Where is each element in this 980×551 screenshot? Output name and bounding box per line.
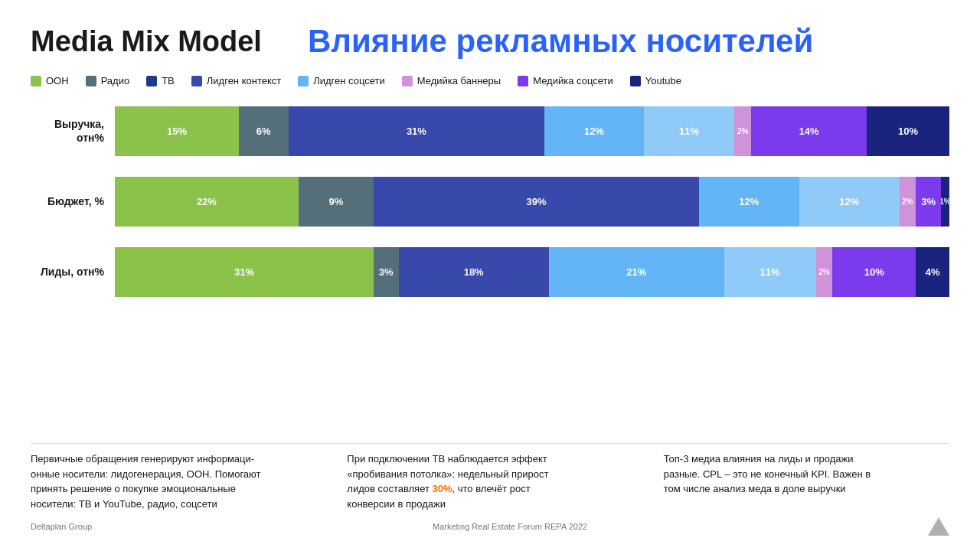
legend-color-mediyka-socseti: [518, 76, 528, 86]
chart-label-0: Выручка,отн%: [31, 117, 115, 145]
legend-item-youtube: Youtube: [630, 75, 681, 86]
chart-row-2: Лиды, отн%31%3%18%21%11%2%10%4%: [31, 241, 949, 302]
footer-center: Marketing Real Estate Forum REPA 2022: [433, 522, 587, 531]
legend-color-tv: [146, 76, 157, 86]
bar-label-2-6: 10%: [864, 266, 884, 278]
charts-container: Выручка,отн%15%6%31%12%11%2%14%10%Бюджет…: [31, 100, 949, 435]
bar-label-1-3: 12%: [739, 196, 759, 207]
bar-label-0-3: 12%: [584, 126, 604, 137]
chart-row-1: Бюджет, %22%9%39%12%12%2%3%1%: [31, 171, 949, 232]
legend-item-tv: ТВ: [146, 75, 175, 86]
chart-label-1: Бюджет, %: [31, 194, 115, 208]
bar-label-2-1: 3%: [379, 266, 394, 278]
bar-segment-1-6: 3%: [916, 177, 941, 227]
bar-label-0-2: 31%: [407, 126, 426, 137]
legend-color-lidgen-kontekst: [191, 76, 202, 86]
bar-segment-0-5: 2%: [734, 106, 751, 156]
bottom-item-3: Топ-3 медиа влияния на лиды и продажи ра…: [664, 452, 949, 511]
bar-segment-2-4: 11%: [724, 247, 816, 297]
legend-item-mediyka-socseti: Медийка соцсети: [518, 75, 613, 86]
title-blue: Влияние рекламных носителей: [308, 23, 813, 60]
bar-label-1-6: 3%: [921, 196, 936, 207]
bar-label-1-7: 1%: [941, 197, 949, 206]
legend-item-ooh: ООН: [31, 75, 69, 86]
legend-item-lidgen-socseti: Лидген соцсети: [298, 75, 385, 86]
bar-label-2-3: 21%: [626, 266, 646, 278]
chart-label-2: Лиды, отн%: [31, 265, 115, 279]
bar-segment-2-2: 18%: [399, 247, 549, 297]
legend-label-radio: Радио: [101, 75, 130, 86]
bar-segment-0-1: 6%: [239, 106, 289, 156]
bottom-item-1: Первичные обращения генерируют информаци…: [31, 452, 316, 511]
bar-segment-0-7: 10%: [867, 106, 949, 156]
legend-color-ooh: [31, 76, 41, 86]
bar-segment-2-5: 2%: [816, 247, 833, 297]
bar-label-0-6: 14%: [799, 126, 818, 137]
header: Media Mix Model Влияние рекламных носите…: [31, 23, 949, 60]
bar-label-1-0: 22%: [197, 196, 217, 207]
bar-segment-0-2: 31%: [289, 106, 545, 156]
footer-left: Deltaplan Group: [31, 522, 92, 531]
footer: Deltaplan Group Marketing Real Estate Fo…: [31, 517, 949, 536]
bar-label-1-4: 12%: [839, 196, 859, 207]
bottom-section: Первичные обращения генерируют информаци…: [31, 443, 949, 511]
chart-row-0: Выручка,отн%15%6%31%12%11%2%14%10%: [31, 100, 949, 161]
bar-segment-0-0: 15%: [115, 106, 239, 156]
bar-container-1: 22%9%39%12%12%2%3%1%: [115, 177, 949, 227]
bar-segment-2-3: 21%: [549, 247, 724, 297]
bottom-item-2: При подключении ТВ наблюдается эффект «п…: [347, 452, 632, 511]
page: Media Mix Model Влияние рекламных носите…: [0, 0, 980, 551]
highlight-percent: 30%: [433, 483, 452, 494]
legend-item-mediyka-bannery: Медийка баннеры: [402, 75, 501, 86]
bar-segment-1-7: 1%: [941, 177, 949, 227]
bar-segment-2-1: 3%: [374, 247, 399, 297]
bar-segment-0-3: 12%: [544, 106, 644, 156]
bar-segment-2-0: 31%: [115, 247, 374, 297]
triangle-icon: [928, 517, 949, 536]
legend-label-tv: ТВ: [162, 75, 175, 86]
bar-segment-1-5: 2%: [900, 177, 916, 227]
bar-label-0-0: 15%: [167, 126, 187, 137]
bar-segment-2-7: 4%: [916, 247, 949, 297]
bar-label-2-7: 4%: [926, 266, 940, 278]
bar-label-2-2: 18%: [464, 266, 484, 278]
bar-label-2-0: 31%: [234, 266, 254, 278]
legend-label-ooh: ООН: [46, 75, 69, 86]
legend-color-lidgen-socseti: [298, 76, 309, 86]
bar-label-0-7: 10%: [898, 126, 918, 137]
bar-segment-1-2: 39%: [374, 177, 699, 227]
title-black: Media Mix Model: [31, 25, 262, 58]
bar-label-0-4: 11%: [679, 126, 699, 137]
bar-label-0-5: 2%: [737, 127, 748, 135]
bar-label-1-5: 2%: [902, 197, 913, 206]
bar-label-1-2: 39%: [526, 196, 546, 207]
legend-label-youtube: Youtube: [645, 75, 681, 86]
legend-item-lidgen-kontekst: Лидген контекст: [191, 75, 281, 86]
bar-container-2: 31%3%18%21%11%2%10%4%: [115, 247, 949, 297]
bar-container-0: 15%6%31%12%11%2%14%10%: [115, 106, 949, 156]
legend-label-lidgen-socseti: Лидген соцсети: [313, 75, 385, 86]
bar-segment-1-0: 22%: [115, 177, 299, 227]
legend-color-youtube: [630, 76, 641, 86]
legend-color-mediyka-bannery: [402, 76, 413, 86]
bar-label-2-5: 2%: [818, 268, 829, 276]
bar-label-0-1: 6%: [256, 126, 271, 137]
bar-segment-1-1: 9%: [299, 177, 374, 227]
bar-segment-1-4: 12%: [799, 177, 900, 227]
legend-item-radio: Радио: [86, 75, 130, 86]
bar-segment-0-6: 14%: [751, 106, 867, 156]
bar-segment-2-6: 10%: [832, 247, 916, 297]
bar-segment-0-4: 11%: [644, 106, 735, 156]
legend-color-radio: [86, 76, 96, 86]
bar-segment-1-3: 12%: [699, 177, 799, 227]
bar-label-2-4: 11%: [760, 266, 780, 278]
legend-label-mediyka-socseti: Медийка соцсети: [533, 75, 613, 86]
legend-label-mediyka-bannery: Медийка баннеры: [417, 75, 501, 86]
legend-label-lidgen-kontekst: Лидген контекст: [207, 75, 281, 86]
bar-label-1-1: 9%: [328, 196, 343, 207]
legend: ООНРадиоТВЛидген контекстЛидген соцсетиМ…: [31, 75, 949, 86]
